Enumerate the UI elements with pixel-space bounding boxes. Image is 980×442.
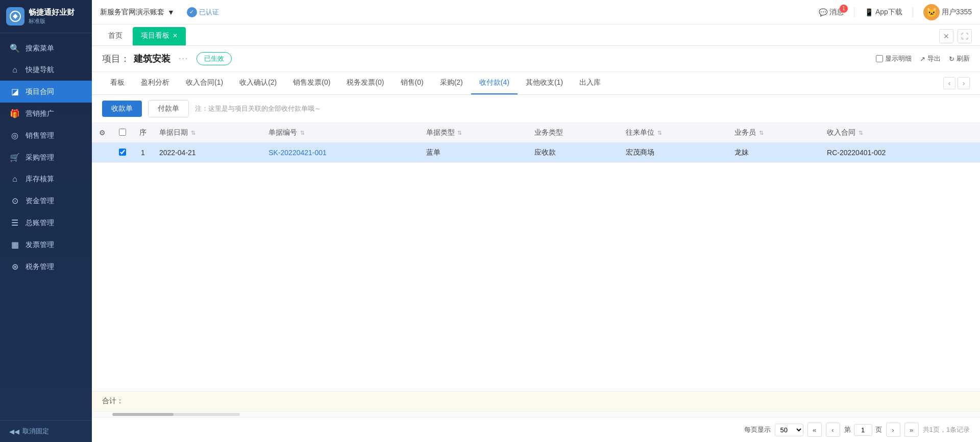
page-expand-button[interactable]: ⛶ [958, 29, 972, 43]
table-summary: 合计： [92, 391, 980, 411]
sidebar-header: 畅捷通好业财 标准版 [0, 0, 92, 33]
sub-tab-4[interactable]: 销售发票(0) [285, 72, 338, 94]
sub-tab-3[interactable]: 收入确认(2) [231, 72, 285, 94]
sub-tab-1[interactable]: 盈利分析 [133, 72, 178, 94]
project-name: 建筑安装 [134, 53, 170, 65]
nav-label-sales-mgmt: 销售管理 [26, 131, 54, 140]
show-detail-checkbox[interactable]: 显示明细 [876, 54, 912, 63]
doc-link-0[interactable]: SK-20220421-001 [268, 149, 327, 157]
project-status-badge: 已生效 [197, 52, 232, 65]
cell-num-0: 1 [133, 143, 153, 163]
page-close-button[interactable]: ✕ [939, 29, 953, 43]
col-doc-type[interactable]: 单据类型 ⇅ [420, 123, 529, 143]
topbar: 新服务官网演示账套 ▼ ✓ 已认证 💬 消息 1 📱 App下载 🐱 用户 [92, 0, 980, 24]
account-selector[interactable]: 新服务官网演示账套 ▼ [100, 8, 175, 17]
tab-close-icon[interactable]: ✕ [173, 32, 178, 39]
refresh-button[interactable]: ↻ 刷新 [949, 54, 970, 63]
sidebar-item-fund-mgmt[interactable]: ⊙ 资金管理 [0, 190, 92, 212]
per-page-select[interactable]: 50 100 200 [775, 424, 803, 436]
topbar-right: 💬 消息 1 📱 App下载 🐱 用户3355 [819, 4, 972, 20]
cell-date-0: 2022-04-21 [153, 143, 262, 163]
table-container: ⚙ 序 单据日期 ⇅ 单据编号 ⇅ 单据类型 ⇅ 业务类型 往来单位 ⇅ 业务员… [92, 123, 980, 391]
table-header-row: ⚙ 序 单据日期 ⇅ 单据编号 ⇅ 单据类型 ⇅ 业务类型 往来单位 ⇅ 业务员… [92, 123, 980, 143]
project-header: 项目： 建筑安装 ··· 已生效 显示明细 ↗ 导出 ↻ 刷新 [92, 46, 980, 72]
nav-icon-tax-mgmt: ⊛ [9, 262, 20, 272]
sub-tab-9[interactable]: 其他收支(1) [518, 72, 571, 94]
show-detail-input[interactable] [876, 55, 883, 62]
col-checkbox [112, 123, 133, 143]
sidebar-item-inventory[interactable]: ⌂ 库存核算 [0, 168, 92, 190]
page-number-input[interactable] [854, 424, 872, 436]
verified-icon: ✓ [187, 7, 197, 17]
sidebar-item-sales-mgmt[interactable]: ◎ 销售管理 [0, 125, 92, 146]
sidebar-item-search[interactable]: 🔍 搜索菜单 [0, 37, 92, 59]
col-contract[interactable]: 收入合同 ⇅ [821, 123, 980, 143]
sub-tab-nav: ‹ › [943, 75, 970, 91]
col-date[interactable]: 单据日期 ⇅ [153, 123, 262, 143]
topbar-divider-1 [854, 7, 854, 17]
sidebar-item-ledger-mgmt[interactable]: ☰ 总账管理 [0, 212, 92, 234]
summary-label: 合计： [102, 397, 124, 406]
sub-tab-6[interactable]: 销售(0) [393, 72, 432, 94]
sidebar-item-tax-mgmt[interactable]: ⊛ 税务管理 [0, 256, 92, 278]
verified-label: 已认证 [199, 8, 219, 17]
next-page-button[interactable]: › [886, 423, 900, 437]
cell-salesperson-0: 龙妹 [728, 143, 821, 163]
col-doc-no[interactable]: 单据编号 ⇅ [262, 123, 420, 143]
h-scrollbar-thumb[interactable] [112, 413, 174, 416]
unpin-label: 取消固定 [22, 427, 49, 436]
sidebar-item-marketing[interactable]: 🎁 营销推广 [0, 103, 92, 125]
cell-docno-0: SK-20220421-001 [262, 143, 420, 163]
export-button[interactable]: ↗ 导出 [920, 54, 941, 63]
col-salesperson[interactable]: 业务员 ⇅ [728, 123, 821, 143]
nav-icon-search: 🔍 [9, 43, 20, 53]
sort-partner-icon: ⇅ [657, 130, 662, 136]
nav-icon-purchase-mgmt: 🛒 [9, 153, 20, 162]
first-page-button[interactable]: « [807, 423, 822, 437]
sidebar-nav: 🔍 搜索菜单 ⌂ 快捷导航 ◪ 项目合同 🎁 营销推广 ◎ 销售管理 🛒 采购管… [0, 33, 92, 420]
page-info: 共1页，1条记录 [923, 425, 970, 434]
receipts-button[interactable]: 收款单 [102, 101, 142, 117]
app-download-button[interactable]: 📱 App下载 [865, 8, 902, 17]
export-label: 导出 [927, 54, 941, 63]
page-tabs: 首页 项目看板 ✕ ✕ ⛶ [92, 24, 980, 46]
nav-icon-invoice-mgmt: ▦ [9, 240, 20, 250]
sub-tab-5[interactable]: 税务发票(0) [338, 72, 392, 94]
last-page-button[interactable]: » [904, 423, 919, 437]
sub-tab-10[interactable]: 出入库 [571, 72, 609, 94]
tab-home[interactable]: 首页 [100, 27, 131, 45]
user-menu[interactable]: 🐱 用户3355 [923, 4, 972, 20]
sidebar-unpin-button[interactable]: ◀◀ 取消固定 [0, 420, 92, 442]
sub-tab-next[interactable]: › [958, 77, 970, 89]
sub-tab-7[interactable]: 采购(2) [432, 72, 471, 94]
cell-contract-0: RC-20220401-002 [821, 143, 980, 163]
sub-tab-8[interactable]: 收付款(4) [471, 72, 518, 94]
sidebar-item-project-contract[interactable]: ◪ 项目合同 [0, 81, 92, 103]
show-detail-label: 显示明细 [885, 54, 912, 63]
row-checkbox-0[interactable] [119, 149, 126, 156]
data-table: ⚙ 序 单据日期 ⇅ 单据编号 ⇅ 单据类型 ⇅ 业务类型 往来单位 ⇅ 业务员… [92, 123, 980, 163]
select-all-checkbox[interactable] [119, 129, 126, 136]
sub-tab-2[interactable]: 收入合同(1) [178, 72, 231, 94]
cell-biztype-0: 应收款 [528, 143, 620, 163]
col-partner[interactable]: 往来单位 ⇅ [620, 123, 728, 143]
payments-button[interactable]: 付款单 [148, 100, 189, 117]
sidebar-item-invoice-mgmt[interactable]: ▦ 发票管理 [0, 234, 92, 256]
sub-tab-0[interactable]: 看板 [102, 72, 133, 94]
user-avatar: 🐱 [923, 4, 940, 20]
col-settings[interactable]: ⚙ [92, 123, 112, 143]
message-button[interactable]: 💬 消息 1 [819, 8, 844, 17]
table-row: 1 2022-04-21 SK-20220421-001 蓝单 应收款 宏茂商场… [92, 143, 980, 163]
h-scrollbar-track[interactable] [112, 413, 240, 416]
refresh-icon: ↻ [949, 55, 954, 63]
sidebar-item-quick-nav[interactable]: ⌂ 快捷导航 [0, 59, 92, 81]
sort-date-icon: ⇅ [191, 130, 195, 136]
topbar-left: 新服务官网演示账套 ▼ ✓ 已认证 [100, 7, 819, 17]
nav-icon-marketing: 🎁 [9, 109, 20, 118]
nav-label-inventory: 库存核算 [26, 175, 54, 184]
sidebar-item-purchase-mgmt[interactable]: 🛒 采购管理 [0, 146, 92, 168]
tab-project-board[interactable]: 项目看板 ✕ [133, 27, 186, 45]
prev-page-button[interactable]: ‹ [826, 423, 840, 437]
project-more-button[interactable]: ··· [179, 54, 188, 63]
sub-tab-prev[interactable]: ‹ [943, 77, 955, 89]
